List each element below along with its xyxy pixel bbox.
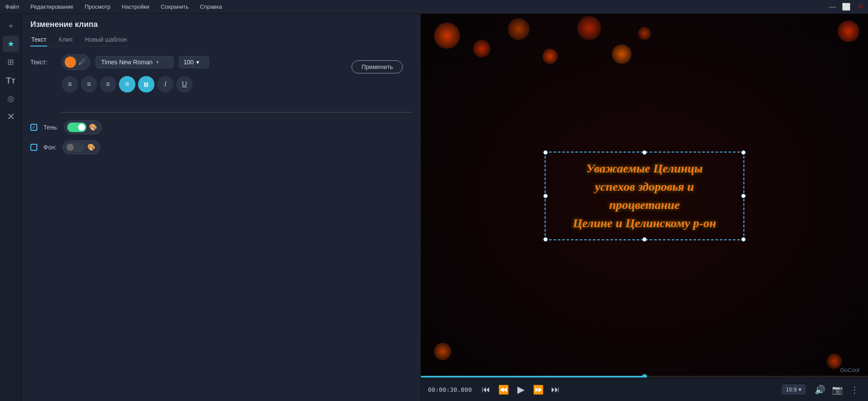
preview-progress-thumb[interactable]: [642, 374, 647, 378]
bokeh-light: [638, 27, 651, 40]
background-row: Фон: 🎨: [30, 140, 412, 154]
skip-back-button[interactable]: ⏮: [480, 383, 493, 396]
menu-view[interactable]: Просмотр: [83, 3, 112, 11]
font-name: Times New Roman: [101, 59, 153, 66]
shadow-label: Тень:: [43, 124, 58, 131]
shadow-toggle-switch[interactable]: [67, 123, 86, 132]
bokeh-light: [827, 354, 842, 369]
tab-new-template[interactable]: Новый шаблон: [84, 33, 128, 46]
font-size-value: 100: [184, 59, 194, 66]
play-button[interactable]: ▶: [514, 383, 527, 396]
editor-panel: Изменение клипа Текст Клип Новый шаблон …: [22, 14, 421, 401]
resize-handle-bl[interactable]: [543, 237, 548, 242]
background-label: Фон:: [43, 144, 56, 151]
window-controls: — ⬜ ✕: [828, 3, 865, 11]
prev-frame-button[interactable]: ⏪: [497, 383, 510, 396]
sidebar-tools-button[interactable]: ✕: [3, 109, 19, 125]
resize-handle-tr[interactable]: [741, 150, 746, 155]
left-sidebar: ＋ ★ ⊞ Тт ◎ ✕: [0, 14, 22, 401]
shadow-row: Тень: 🎨: [30, 120, 412, 134]
volume-button[interactable]: 🔊: [813, 383, 826, 396]
align-left-button[interactable]: ≡: [62, 76, 78, 93]
bold-button[interactable]: B: [138, 76, 155, 93]
menu-file[interactable]: Файл: [3, 3, 21, 11]
titlebar: Файл Редактирование Просмотр Настройки С…: [0, 0, 868, 14]
resize-handle-br[interactable]: [741, 237, 746, 242]
preview-video: Уважаемые Целинцы успехов здоровья и про…: [421, 14, 868, 378]
text-line-4: Целине и Целинскому р-он: [556, 214, 733, 232]
shadow-paint-icon: 🎨: [89, 123, 97, 131]
menu-bar: Файл Редактирование Просмотр Настройки С…: [3, 3, 828, 11]
preview-controls: 00:00:30.000 ⏮ ⏪ ▶ ⏩ ⏭ 16:9 ▾ 🔊 📷 ⋮: [421, 378, 868, 401]
font-size-selector[interactable]: 100 ▾: [179, 56, 209, 68]
resize-handle-ml[interactable]: [543, 194, 548, 198]
screenshot-button[interactable]: 📷: [831, 383, 844, 396]
shadow-toggle-pill[interactable]: 🎨: [64, 120, 102, 134]
eyedropper-icon: 🖊: [79, 58, 85, 66]
close-button[interactable]: ✕: [856, 3, 865, 11]
bokeh-light: [577, 16, 601, 40]
bokeh-light: [612, 44, 631, 64]
apply-button[interactable]: Применить: [352, 60, 403, 73]
background-checkbox[interactable]: [30, 144, 37, 151]
bokeh-light: [542, 49, 558, 64]
more-options-button[interactable]: ⋮: [848, 383, 861, 396]
watermark: GoCool: [840, 367, 859, 373]
background-toggle-pill[interactable]: 🎨: [62, 140, 100, 154]
ratio-label: 16:9: [786, 386, 797, 393]
aspect-ratio-selector[interactable]: 16:9 ▾: [782, 384, 806, 394]
video-background: Уважаемые Целинцы успехов здоровья и про…: [421, 14, 868, 378]
align-center-button[interactable]: ≡: [81, 76, 97, 93]
shadow-checkbox[interactable]: [30, 124, 37, 131]
main-layout: ＋ ★ ⊞ Тт ◎ ✕ Изменение клипа Текст Клип …: [0, 14, 868, 401]
resize-handle-mr[interactable]: [741, 194, 746, 198]
align-right-button[interactable]: ≡: [100, 76, 116, 93]
minimize-button[interactable]: —: [828, 3, 837, 11]
background-toggle-switch[interactable]: [66, 143, 85, 152]
next-frame-button[interactable]: ⏩: [532, 383, 545, 396]
maximize-button[interactable]: ⬜: [842, 3, 851, 11]
sidebar-circle-button[interactable]: ◎: [3, 90, 19, 107]
text-overlay[interactable]: Уважаемые Целинцы успехов здоровья и про…: [545, 152, 744, 240]
resize-handle-tl[interactable]: [543, 150, 548, 155]
menu-save[interactable]: Сохранить: [159, 3, 191, 11]
italic-button[interactable]: I: [157, 76, 174, 93]
bokeh-light: [838, 20, 859, 42]
preview-progress-fill: [421, 376, 644, 378]
align-justify-button[interactable]: ≡: [119, 76, 135, 93]
text-color-swatch: [65, 56, 76, 68]
sidebar-text-button[interactable]: Тт: [3, 72, 19, 89]
background-paint-icon: 🎨: [87, 143, 95, 151]
editor-tabs: Текст Клип Новый шаблон: [30, 33, 128, 46]
time-display: 00:00:30.000: [428, 386, 472, 393]
sidebar-add-button[interactable]: ＋: [3, 17, 19, 34]
skip-forward-button[interactable]: ⏭: [549, 383, 562, 396]
overlay-text: Уважаемые Целинцы успехов здоровья и про…: [556, 159, 733, 232]
tab-clip[interactable]: Клип: [58, 33, 73, 46]
text-input-area[interactable]: [62, 99, 412, 113]
format-buttons: ≡ ≡ ≡ ≡ B I U: [62, 76, 412, 93]
menu-settings[interactable]: Настройки: [120, 3, 151, 11]
menu-edit[interactable]: Редактирование: [29, 3, 75, 11]
text-label: Текст:: [30, 59, 56, 66]
text-line-3: процветание: [556, 196, 733, 214]
text-color-picker[interactable]: 🖊: [62, 54, 90, 70]
font-size-arrow: ▾: [196, 59, 199, 66]
sidebar-pin-button[interactable]: ★: [3, 36, 19, 52]
tab-text[interactable]: Текст: [30, 33, 47, 46]
ratio-arrow: ▾: [799, 386, 802, 393]
underline-button[interactable]: U: [176, 76, 193, 93]
sidebar-grid-button[interactable]: ⊞: [3, 54, 19, 70]
font-selector[interactable]: Times New Roman ▾: [95, 56, 174, 68]
font-dropdown-arrow: ▾: [156, 59, 159, 65]
bokeh-light: [434, 23, 460, 49]
bokeh-light: [434, 343, 451, 360]
editor-header: Изменение клипа Текст Клип Новый шаблон …: [22, 14, 421, 46]
text-line-2: успехов здоровья и: [556, 178, 733, 196]
editor-content: Текст: 🖊 Times New Roman ▾ 100 ▾ ≡ ≡ ≡: [22, 46, 421, 401]
editor-title: Изменение клипа: [30, 20, 412, 29]
resize-handle-tm[interactable]: [642, 150, 647, 155]
preview-progress-bar[interactable]: [421, 376, 868, 378]
menu-help[interactable]: Справка: [198, 3, 224, 11]
resize-handle-bm[interactable]: [642, 237, 647, 242]
